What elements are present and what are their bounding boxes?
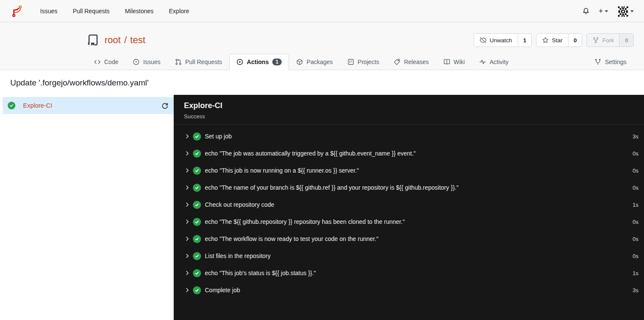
repo-name-link[interactable]: test: [130, 35, 145, 46]
star-count[interactable]: 0: [568, 34, 582, 47]
run-view: Explore-CI Explore-CI Success Set up job…: [0, 95, 644, 320]
success-check-icon: [193, 235, 201, 243]
step-row[interactable]: echo "The ${{ github.repository }} repos…: [174, 213, 644, 230]
star-icon: [542, 37, 549, 44]
breadcrumb-separator: /: [124, 35, 127, 46]
tab-label: Projects: [358, 59, 379, 65]
tab-releases[interactable]: Releases: [386, 54, 436, 70]
step-duration: 0s: [632, 236, 638, 242]
step-name: echo "This job's status is ${{ job.statu…: [205, 270, 316, 276]
nav-item-issues[interactable]: Issues: [34, 4, 63, 18]
step-row[interactable]: Check out repository code 1s: [174, 196, 644, 213]
tab-label: Activity: [490, 59, 508, 65]
panel-job-title: Explore-CI: [184, 101, 634, 110]
chevron-right-icon: [185, 270, 190, 276]
success-check-icon: [193, 184, 201, 192]
chevron-right-icon: [185, 236, 190, 241]
star-button[interactable]: Star 0: [536, 33, 582, 47]
success-check-icon: [193, 218, 201, 226]
run-title: Update '.forgejo/workflows/demo.yaml': [0, 70, 644, 95]
actions-count-badge: 1: [272, 59, 282, 65]
play-circle-icon: [236, 59, 243, 65]
tab-settings[interactable]: Settings: [587, 54, 634, 70]
fork-count: 0: [619, 34, 633, 47]
tab-label: Issues: [143, 59, 160, 65]
avatar: [617, 5, 629, 17]
step-duration: 0s: [632, 219, 638, 225]
step-duration: 3s: [632, 133, 638, 140]
step-duration: 1s: [632, 202, 638, 208]
nav-item-milestones[interactable]: Milestones: [119, 4, 160, 18]
tab-label: Actions: [247, 59, 268, 65]
notifications-button[interactable]: [582, 7, 590, 15]
package-icon: [296, 59, 303, 65]
tab-projects[interactable]: Projects: [340, 54, 387, 70]
repo-header: root / test Unwatch 1: [0, 22, 644, 70]
tab-label: Packages: [306, 59, 332, 65]
nav-item-explore[interactable]: Explore: [163, 4, 195, 18]
job-item-explore-ci[interactable]: Explore-CI: [3, 97, 174, 114]
step-row[interactable]: List files in the repository 0s: [174, 247, 644, 264]
step-duration: 0s: [632, 253, 638, 259]
tab-pull-requests[interactable]: Pull Requests: [168, 54, 229, 70]
watch-count[interactable]: 1: [518, 34, 532, 47]
step-name: echo "The workflow is now ready to test …: [205, 235, 379, 242]
tab-label: Wiki: [454, 59, 465, 65]
nav-item-pull-requests[interactable]: Pull Requests: [67, 4, 115, 18]
step-row[interactable]: echo "The workflow is now ready to test …: [174, 230, 644, 247]
eye-slash-icon: [480, 37, 487, 44]
chevron-right-icon: [185, 288, 190, 293]
forgejo-logo-icon[interactable]: [10, 5, 23, 18]
tab-code[interactable]: Code: [87, 54, 125, 70]
repo-breadcrumb: root / test: [105, 35, 146, 46]
success-check-icon: [193, 286, 201, 294]
fork-button: Fork 0: [586, 33, 634, 47]
step-name: Check out repository code: [205, 201, 274, 208]
fork-icon: [592, 37, 599, 44]
step-row[interactable]: echo "The name of your branch is ${{ git…: [174, 179, 644, 196]
chevron-down-icon: [630, 10, 634, 12]
create-new-button[interactable]: +: [598, 7, 608, 15]
step-duration: 1s: [632, 270, 638, 276]
repo-action-buttons: Unwatch 1 Star 0: [474, 33, 634, 47]
fork-label: Fork: [602, 37, 614, 44]
step-row[interactable]: echo "This job is now running on a ${{ r…: [174, 162, 644, 179]
profile-menu-button[interactable]: [617, 5, 634, 17]
unwatch-label: Unwatch: [490, 37, 512, 44]
chevron-right-icon: [185, 168, 190, 173]
top-navbar: Issues Pull Requests Milestones Explore …: [0, 0, 644, 22]
unwatch-button[interactable]: Unwatch 1: [474, 33, 532, 47]
navbar-menu: Issues Pull Requests Milestones Explore: [34, 4, 195, 18]
repo-owner-link[interactable]: root: [105, 35, 121, 46]
success-check-icon: [193, 167, 201, 175]
step-name: Complete job: [205, 287, 240, 294]
tools-icon: [594, 59, 601, 65]
tab-actions[interactable]: Actions 1: [229, 54, 289, 70]
tab-packages[interactable]: Packages: [289, 54, 340, 70]
chevron-right-icon: [185, 219, 190, 224]
panel-header: Explore-CI Success: [174, 95, 644, 125]
step-name: echo "The name of your branch is ${{ git…: [205, 184, 458, 191]
step-row[interactable]: Complete job 3s: [174, 282, 644, 299]
success-check-icon: [8, 102, 15, 109]
star-label: Star: [552, 37, 562, 44]
step-name: echo "This job is now running on a ${{ r…: [205, 167, 359, 174]
panel-job-status: Success: [184, 113, 634, 120]
chevron-right-icon: [185, 151, 190, 156]
code-icon: [94, 59, 101, 65]
chevron-right-icon: [185, 202, 190, 207]
step-name: Set up job: [205, 133, 232, 140]
step-row[interactable]: echo "The job was automatically triggere…: [174, 145, 644, 162]
tab-issues[interactable]: Issues: [125, 54, 167, 70]
step-row[interactable]: echo "This job's status is ${{ job.statu…: [174, 264, 644, 282]
repo-tab-bar: Code Issues Pull Requests Actions 1: [0, 54, 644, 70]
steps-list: Set up job 3s echo "The job was automati…: [174, 125, 644, 299]
tab-label: Code: [104, 59, 118, 65]
sync-icon[interactable]: [161, 102, 169, 109]
tab-wiki[interactable]: Wiki: [436, 54, 472, 70]
tab-activity[interactable]: Activity: [472, 54, 516, 70]
repository-icon: [87, 34, 99, 47]
chevron-right-icon: [185, 253, 190, 258]
step-duration: 0s: [632, 167, 638, 174]
step-row[interactable]: Set up job 3s: [174, 128, 644, 145]
